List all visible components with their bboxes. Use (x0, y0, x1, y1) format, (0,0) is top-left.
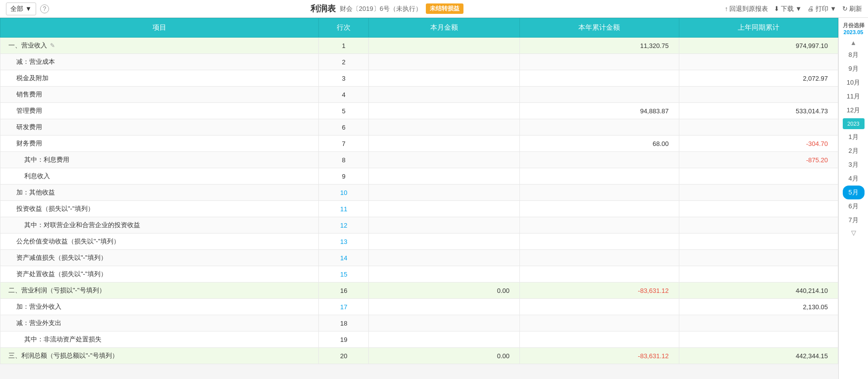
cell-row-number[interactable]: 13 (318, 234, 369, 250)
download-button[interactable]: ⬇ 下载 ▼ (774, 4, 802, 13)
cell-row-number: 3 (318, 70, 369, 87)
side-month-item[interactable]: 8月 (843, 48, 865, 62)
table-row: 资产减值损失（损失以"-"填列）14 (0, 250, 838, 266)
print-label: 打印 (816, 4, 828, 13)
cell-prev-amount: 533,014.73 (679, 103, 838, 119)
cell-row-number: 1 (318, 38, 369, 54)
col-header-prev: 上年同期累计 (679, 18, 838, 38)
cell-month-amount (369, 185, 520, 201)
col-header-row: 行次 (318, 18, 369, 38)
download-label: 下载 (781, 4, 794, 13)
cell-row-number[interactable]: 15 (318, 266, 369, 283)
cell-row-number[interactable]: 11 (318, 201, 369, 217)
side-month-item[interactable]: 7月 (843, 213, 865, 227)
side-month-item[interactable]: 3月 (843, 158, 865, 172)
side-month-item[interactable]: 11月 (843, 90, 865, 103)
table-row: 一、营业收入✎111,320.75974,997.10 (0, 38, 838, 54)
side-month-item[interactable]: 1月 (843, 130, 865, 144)
table-row: 减：营业成本2 (0, 54, 838, 70)
cell-month-amount (369, 299, 520, 315)
table-row: 加：其他收益10 (0, 185, 838, 201)
cell-row-number: 5 (318, 103, 369, 119)
cell-prev-amount (679, 217, 838, 234)
table-row: 研发费用6 (0, 119, 838, 136)
month-list: 8月9月10月11月12月20231月2月3月4月5月6月7月 (839, 48, 868, 227)
cell-row-number[interactable]: 14 (318, 250, 369, 266)
side-month-item[interactable]: 2023 (843, 118, 865, 129)
print-button[interactable]: 🖨 打印 ▼ (808, 4, 836, 13)
cell-row-number: 19 (318, 332, 369, 348)
table-row: 其中：对联营企业和合营企业的投资收益12 (0, 217, 838, 234)
cell-month-amount (369, 54, 520, 70)
table-body: 一、营业收入✎111,320.75974,997.10减：营业成本2税金及附加3… (0, 38, 838, 364)
scope-dropdown[interactable]: 全部 ▼ (6, 2, 36, 15)
cell-ytd-amount (520, 266, 679, 283)
cell-month-amount (369, 103, 520, 119)
table-row: 其中：非流动资产处置损失19 (0, 332, 838, 348)
side-month-item[interactable]: 9月 (843, 62, 865, 76)
cell-month-amount (369, 136, 520, 152)
cell-month-amount (369, 119, 520, 136)
cell-item: 二、营业利润（亏损以"-"号填列） (0, 283, 319, 299)
cell-row-number[interactable]: 17 (318, 299, 369, 315)
cell-ytd-amount (520, 168, 679, 185)
side-month-item[interactable]: 5月 (843, 186, 865, 199)
cell-ytd-amount (520, 332, 679, 348)
cell-month-amount (369, 168, 520, 185)
cell-item: 其中：对联营企业和合营企业的投资收益 (0, 217, 319, 234)
cell-row-number: 4 (318, 87, 369, 103)
cell-month-amount: 0.00 (369, 348, 520, 364)
side-month-item[interactable]: 12月 (843, 103, 865, 117)
status-badge[interactable]: 未结转损益 (426, 3, 463, 14)
cell-prev-amount: -875.20 (679, 152, 838, 168)
cell-item: 资产处置收益（损失以"-"填列） (0, 266, 319, 283)
refresh-icon: ↻ (842, 5, 848, 12)
side-month-item[interactable]: 10月 (843, 76, 865, 90)
cell-item: 三、利润总额（亏损总额以"-"号填列） (0, 348, 319, 364)
cell-month-amount (369, 217, 520, 234)
month-scroll-down[interactable]: ▽ (845, 227, 863, 238)
month-scroll-up[interactable]: ▲ (845, 37, 863, 48)
cell-item: 减：营业外支出 (0, 315, 319, 332)
report-title: 利润表 (310, 3, 336, 14)
cell-month-amount: 0.00 (369, 283, 520, 299)
download-icon: ⬇ (774, 5, 779, 12)
cell-prev-amount: 442,344.15 (679, 348, 838, 364)
cell-row-number[interactable]: 12 (318, 217, 369, 234)
cell-item: 减：营业成本 (0, 54, 319, 70)
cell-prev-amount: 440,214.10 (679, 283, 838, 299)
top-bar-right: ↑ 回退到原报表 ⬇ 下载 ▼ 🖨 打印 ▼ ↻ 刷新 (725, 4, 862, 13)
side-month-item[interactable]: 6月 (843, 199, 865, 213)
download-chevron: ▼ (795, 5, 802, 12)
cell-prev-amount (679, 119, 838, 136)
cell-ytd-amount (520, 217, 679, 234)
cell-ytd-amount (520, 87, 679, 103)
side-month-item[interactable]: 2月 (843, 144, 865, 158)
table-row: 投资收益（损失以"-"填列）11 (0, 201, 838, 217)
cell-prev-amount (679, 332, 838, 348)
cell-ytd-amount (520, 54, 679, 70)
cell-row-number[interactable]: 10 (318, 185, 369, 201)
cell-ytd-amount: -83,631.12 (520, 283, 679, 299)
cell-ytd-amount (520, 185, 679, 201)
side-panel: 月份选择 2023.05 ▲ 8月9月10月11月12月20231月2月3月4月… (838, 18, 868, 379)
cell-item: 其中：利息费用 (0, 152, 319, 168)
help-icon[interactable]: ? (40, 4, 49, 13)
refresh-button[interactable]: ↻ 刷新 (842, 4, 862, 13)
cell-prev-amount (679, 250, 838, 266)
cell-item: 加：其他收益 (0, 185, 319, 201)
back-button[interactable]: ↑ 回退到原报表 (725, 4, 768, 13)
cell-ytd-amount (520, 234, 679, 250)
profit-table: 项目 行次 本月金额 本年累计金额 上年同期累计 一、营业收入✎111,320.… (0, 18, 838, 364)
cell-month-amount (369, 234, 520, 250)
cell-month-amount (369, 87, 520, 103)
cell-item: 其中：非流动资产处置损失 (0, 332, 319, 348)
table-row: 其中：利息费用8-875.20 (0, 152, 838, 168)
cell-prev-amount: 2,130.05 (679, 299, 838, 315)
edit-icon[interactable]: ✎ (50, 42, 55, 49)
table-row: 利息收入9 (0, 168, 838, 185)
cell-row-number: 8 (318, 152, 369, 168)
side-month-item[interactable]: 4月 (843, 172, 865, 186)
cell-prev-amount (679, 201, 838, 217)
cell-row-number: 18 (318, 315, 369, 332)
